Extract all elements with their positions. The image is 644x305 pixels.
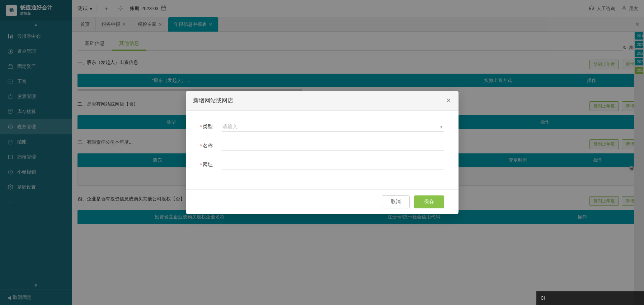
dialog-close-btn[interactable]: ✕ bbox=[446, 97, 451, 105]
bottom-bar: Ci bbox=[536, 291, 644, 305]
name-label: * 名称 bbox=[200, 143, 222, 149]
url-input[interactable] bbox=[222, 160, 444, 170]
save-button[interactable]: 保存 bbox=[414, 195, 444, 208]
url-input-wrap bbox=[222, 160, 444, 170]
form-row-type: * 类型 ▾ bbox=[200, 121, 444, 132]
bottom-bar-text: Ci bbox=[541, 296, 545, 301]
dialog-title: 新增网站或网店 bbox=[193, 97, 233, 105]
cancel-button[interactable]: 取消 bbox=[382, 195, 410, 208]
form-row-url: * 网址 bbox=[200, 160, 444, 170]
modal-overlay: 新增网站或网店 ✕ * 类型 ▾ * 名称 bbox=[0, 0, 644, 305]
add-website-dialog: 新增网站或网店 ✕ * 类型 ▾ * 名称 bbox=[186, 91, 459, 214]
dialog-body: * 类型 ▾ * 名称 bbox=[186, 111, 459, 189]
name-input[interactable] bbox=[222, 140, 444, 151]
type-label: * 类型 bbox=[200, 124, 222, 130]
type-input-wrap: ▾ bbox=[222, 121, 444, 132]
dialog-header: 新增网站或网店 ✕ bbox=[186, 91, 459, 111]
name-input-wrap bbox=[222, 140, 444, 151]
form-row-name: * 名称 bbox=[200, 140, 444, 151]
type-dropdown-arrow[interactable]: ▾ bbox=[440, 124, 443, 129]
url-label: * 网址 bbox=[200, 162, 222, 168]
type-input[interactable] bbox=[222, 121, 444, 132]
dialog-footer: 取消 保存 bbox=[186, 189, 459, 214]
